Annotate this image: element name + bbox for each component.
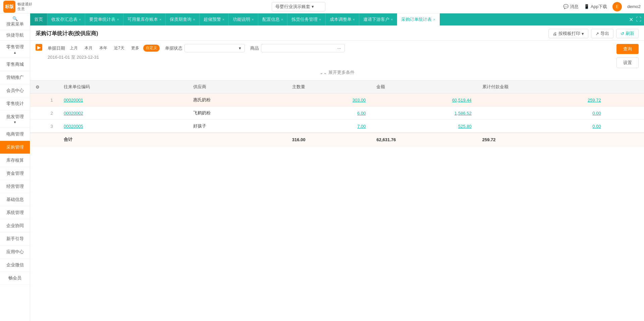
username-label[interactable]: demo2 (627, 4, 641, 9)
sidebar-item-marketing[interactable]: 营销推广 (0, 71, 30, 84)
sidebar-item-retail-store[interactable]: 零售商城 (0, 58, 30, 71)
sidebar-quick-nav[interactable]: 快捷导航 (0, 30, 30, 41)
workspace-selector[interactable]: 母婴行业演示账套 ▾ (272, 2, 325, 11)
row-settings-cell (30, 120, 45, 133)
close-icon[interactable]: × (193, 17, 195, 21)
shortcut-this-month[interactable]: 本月 (82, 45, 95, 52)
sidebar-item-purchase-mgmt[interactable]: 采购管理 (0, 141, 30, 154)
expand-label: 展开更多条件 (328, 69, 355, 75)
query-button[interactable]: 查询 (616, 44, 639, 54)
row-partner-code: 00020002 (58, 107, 188, 120)
tab-bar: 首页 收发存汇总表 × 要货单统计表 × 可用量库存账本 × 保质期查询 × 超… (30, 13, 644, 25)
sidebar-item-finance[interactable]: 资金管理 (0, 167, 30, 180)
close-icon[interactable]: × (433, 17, 435, 21)
sidebar-search[interactable]: 🔍 搜索菜单 (0, 13, 30, 30)
sidebar-item-app-center[interactable]: 应用中心 (0, 246, 30, 259)
row-num: 2 (45, 107, 58, 120)
table-row[interactable]: 3 00020005 好孩子 7.00 525.80 0.00 (30, 120, 644, 133)
shortcut-this-year[interactable]: 本年 (97, 45, 110, 52)
close-all-tabs-button[interactable]: ✕ (629, 16, 633, 23)
col-settings[interactable]: ⚙ (30, 81, 45, 94)
filter-date-group: 单据日期 上月 本月 本年 近7天 更多 自定义 (48, 45, 160, 52)
shortcut-more[interactable]: 更多 (128, 45, 142, 52)
close-icon[interactable]: × (117, 17, 119, 21)
close-icon[interactable]: × (353, 17, 355, 21)
col-quantity: 主数量 (287, 81, 371, 94)
tab-purchase-order-stats[interactable]: 采购订单统计表 × (397, 13, 439, 25)
tab-label: 拣货任务管理 (291, 16, 318, 22)
search-icon: 🔍 (12, 16, 18, 21)
app-download-button[interactable]: 📱 App下载 (584, 4, 607, 10)
sidebar-item-label: 企业协同 (6, 223, 24, 229)
close-icon[interactable]: × (79, 17, 81, 21)
tab-requisition-stats[interactable]: 要货单统计表 × (85, 13, 123, 25)
sidebar-item-label: 零售管理 (6, 44, 24, 50)
refresh-button[interactable]: ↺ 刷新 (616, 29, 639, 38)
print-button[interactable]: 🖨 按模板打印 ▾ (548, 29, 588, 38)
sidebar-item-label: 基础信息 (6, 197, 24, 203)
sidebar-item-label: 电商管理 (6, 131, 24, 137)
close-icon[interactable]: × (159, 17, 161, 21)
tab-invite-downstream[interactable]: 邀请下游客户 × (359, 13, 397, 25)
expand-more-button[interactable]: ⌄⌄ 展开更多条件 (320, 69, 355, 75)
sidebar-item-ecommerce[interactable]: 电商管理 (0, 128, 30, 141)
tab-home[interactable]: 首页 (30, 13, 47, 25)
tab-label: 收发存汇总表 (51, 16, 77, 22)
sidebar-item-inventory[interactable]: 库存核算 (0, 154, 30, 167)
refresh-label: 刷新 (626, 31, 634, 37)
tab-function-desc[interactable]: 功能说明 × (229, 13, 258, 25)
print-label: 按模板打印 (558, 31, 580, 37)
row-supplier: 好孩子 (188, 120, 287, 133)
filter-left: 单据日期 上月 本月 本年 近7天 更多 自定义 (48, 44, 345, 60)
tab-cost-adjust[interactable]: 成本调整单 × (326, 13, 359, 25)
sidebar-item-ops-mgmt[interactable]: 经营管理 (0, 180, 30, 193)
chevron-down-icon: ▾ (239, 46, 241, 51)
chevron-down-icon: ⌄⌄ (320, 70, 327, 75)
close-icon[interactable]: × (281, 17, 283, 21)
settings-button[interactable]: 设置 (616, 57, 639, 68)
sidebar-item-vip[interactable]: 畅会员 (0, 272, 30, 285)
filter-toggle-button[interactable]: ▶ (36, 44, 42, 51)
message-button[interactable]: 💬 消息 (563, 4, 579, 10)
content-area: 首页 收发存汇总表 × 要货单统计表 × 可用量库存账本 × 保质期查询 × 超… (30, 13, 644, 321)
sidebar-item-member-center[interactable]: 会员中心 (0, 84, 30, 97)
row-extra (606, 107, 644, 120)
shortcut-custom[interactable]: 自定义 (143, 45, 160, 52)
tab-usable-inventory[interactable]: 可用量库存账本 × (123, 13, 166, 25)
goods-input[interactable]: ··· (261, 44, 345, 52)
sidebar-item-retail-mgmt[interactable]: 零售管理 ▲ (0, 41, 30, 58)
tab-collect-pay[interactable]: 收发存汇总表 × (47, 13, 85, 25)
ellipsis-icon[interactable]: ··· (337, 46, 341, 51)
close-icon[interactable]: × (391, 17, 393, 21)
tab-overstock-alert[interactable]: 超储预警 × (200, 13, 229, 25)
close-icon[interactable]: × (319, 17, 321, 21)
sidebar-item-enterprise-wechat[interactable]: 企业微信 (0, 259, 30, 272)
maximize-button[interactable]: ⛶ (636, 16, 641, 22)
status-select[interactable]: ▾ (184, 44, 245, 52)
shortcut-last-month[interactable]: 上月 (67, 45, 80, 52)
sidebar-item-retail-stats[interactable]: 零售统计 (0, 97, 30, 110)
sidebar-item-new-guide[interactable]: 新手引导 (0, 232, 30, 246)
shortcut-7days[interactable]: 近7天 (111, 45, 127, 52)
tab-config-info[interactable]: 配置信息 × (258, 13, 287, 25)
summary-quantity: 316.00 (287, 133, 371, 146)
export-button[interactable]: ↗ 导出 (591, 29, 613, 38)
sidebar-item-label: 库存核算 (6, 157, 24, 163)
col-partner-code: 往来单位编码 (58, 81, 188, 94)
sidebar-item-sys-mgmt[interactable]: 系统管理 (0, 206, 30, 219)
sidebar-item-wholesale-mgmt[interactable]: 批发管理 ▼ (0, 110, 30, 128)
close-icon[interactable]: × (252, 17, 254, 21)
close-icon[interactable]: × (222, 17, 224, 21)
tab-expiry-query[interactable]: 保质期查询 × (166, 13, 199, 25)
tab-pick-task[interactable]: 拣货任务管理 × (287, 13, 325, 25)
sidebar-item-label: 经营管理 (6, 183, 24, 190)
main-layout: 🔍 搜索菜单 快捷导航 零售管理 ▲ 零售商城 营销推广 会员中心 零售统计 批… (0, 13, 644, 321)
table-row[interactable]: 1 00020001 惠氏奶粉 303.00 60,519.44 259.72 (30, 94, 644, 107)
tab-label: 超储预警 (204, 16, 221, 22)
row-quantity: 303.00 (287, 94, 371, 107)
sidebar-item-basic-info[interactable]: 基础信息 (0, 193, 30, 206)
filter-area: ▶ 单据日期 上月 本月 本年 近7天 更多 (30, 41, 644, 81)
sidebar-item-label: 营销推广 (6, 74, 24, 81)
sidebar-item-enterprise[interactable]: 企业协同 (0, 219, 30, 232)
table-row[interactable]: 2 00020002 飞鹤奶粉 6.00 1,586.52 0.00 (30, 107, 644, 120)
